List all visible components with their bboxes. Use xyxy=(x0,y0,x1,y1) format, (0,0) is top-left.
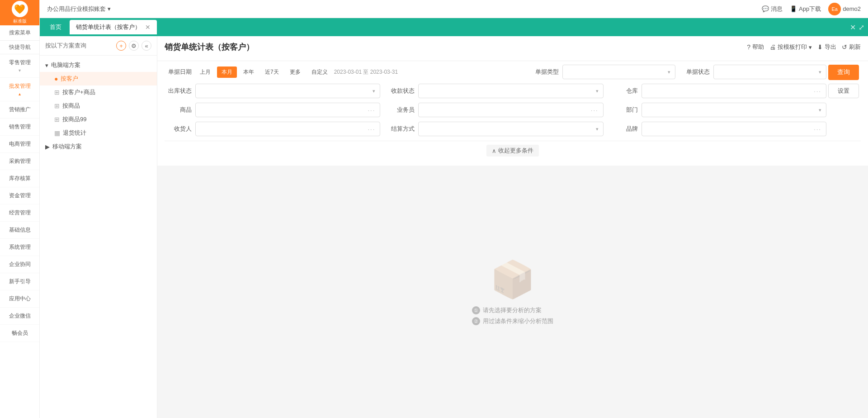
help-btn[interactable]: ? 帮助 xyxy=(747,43,764,51)
sidebar-item-ecommerce[interactable]: 电商管理 xyxy=(0,136,39,153)
user-profile[interactable]: Ea demo2 xyxy=(828,3,861,15)
search-menu[interactable]: 搜索菜单 xyxy=(0,25,39,41)
tab-close-btn[interactable]: ✕ xyxy=(850,23,856,32)
appcenter-label: 应用中心 xyxy=(9,295,31,303)
date-btn-last-month[interactable]: 上月 xyxy=(195,66,215,78)
sidebar-item-wholesale[interactable]: 批发管理 ▴ xyxy=(0,78,39,101)
query-btn[interactable]: 查询 xyxy=(828,65,859,80)
app-download-btn[interactable]: 📱 App下载 xyxy=(790,5,821,13)
warehouse-select[interactable]: ··· xyxy=(642,84,826,98)
tree-item-by-product[interactable]: ⊞ 按商品 xyxy=(40,99,157,113)
sidebar-item-appcenter[interactable]: 应用中心 xyxy=(0,290,39,308)
date-range-display: 2023-03-01 至 2023-03-31 xyxy=(334,68,398,76)
date-btn-more[interactable]: 更多 xyxy=(285,66,305,78)
receive-status-select[interactable]: ▾ xyxy=(418,84,603,98)
date-btn-this-year[interactable]: 本年 xyxy=(239,66,259,78)
sidebar: 🧡 标准版 搜索菜单 快捷导航 零售管理 ▾ 批发管理 ▴ 营销推广 销售管理 … xyxy=(0,0,40,418)
tab-expand-btn[interactable]: ⤢ xyxy=(859,23,864,32)
tree-item-by-customer[interactable]: ● 按客户 xyxy=(40,72,157,86)
industry-selector[interactable]: 办公用品行业模拟账套 ▾ xyxy=(47,5,111,13)
return-stats-label: 退货统计 xyxy=(63,129,86,137)
export-icon: ⬇ xyxy=(817,43,823,51)
print-btn[interactable]: 🖨 按模板打印 ▾ xyxy=(769,43,812,51)
left-panel-header: 按以下方案查询 + ⚙ « xyxy=(40,36,157,56)
page-header-actions: ? 帮助 🖨 按模板打印 ▾ ⬇ 导出 ↺ xyxy=(747,43,861,51)
filter-rows: 单据日期 上月 本月 本年 近7天 更多 自定义 2023-03-01 至 20… xyxy=(165,65,826,141)
department-select[interactable]: ▾ xyxy=(642,103,826,117)
order-status-select[interactable]: ▾ xyxy=(713,65,826,79)
pc-group-label: 电脑端方案 xyxy=(51,61,80,69)
date-btn-last-7days[interactable]: 近7天 xyxy=(260,66,283,78)
date-btn-custom[interactable]: 自定义 xyxy=(307,66,332,78)
sidebar-item-inventory[interactable]: 库存核算 xyxy=(0,170,39,187)
filter-item-brand: 品牌 ··· xyxy=(611,122,826,136)
main-area: 办公用品行业模拟账套 ▾ 💬 消息 📱 App下载 Ea demo2 首页 xyxy=(40,0,868,418)
tab-sales-stats-label: 销货单统计表（按客户） xyxy=(76,23,141,31)
tab-close-icon[interactable]: ✕ xyxy=(145,24,151,31)
salesperson-dots: ··· xyxy=(591,107,599,114)
pc-group-title[interactable]: ▾ 电脑端方案 xyxy=(40,58,157,72)
collapse-bar: ∧ 收起更多条件 xyxy=(165,141,861,160)
sidebar-item-wechat[interactable]: 企业微信 xyxy=(0,308,39,325)
filter-item-settlement: 结算方式 ▾ xyxy=(387,122,603,136)
tab-home[interactable]: 首页 xyxy=(43,20,68,34)
filter-item-date: 单据日期 上月 本月 本年 近7天 更多 自定义 2023-03-01 至 20… xyxy=(165,66,524,78)
tab-sales-stats[interactable]: 销货单统计表（按客户） ✕ xyxy=(70,20,157,34)
help-icon: ? xyxy=(747,43,750,51)
sidebar-item-operations[interactable]: 经营管理 xyxy=(0,204,39,222)
tree-item-by-product-99[interactable]: ⊞ 按商品99 xyxy=(40,113,157,126)
logo-text: 标准版 xyxy=(13,18,27,24)
warehouse-label: 仓库 xyxy=(611,87,638,95)
export-btn[interactable]: ⬇ 导出 xyxy=(817,43,836,51)
settings-btn[interactable]: 设置 xyxy=(828,84,859,98)
sidebar-item-enterprise[interactable]: 企业协同 xyxy=(0,256,39,273)
add-scheme-btn[interactable]: + xyxy=(116,41,126,51)
left-panel-title: 按以下方案查询 xyxy=(45,42,86,50)
by-product-icon: ⊞ xyxy=(54,102,60,109)
refresh-btn[interactable]: ↺ 刷新 xyxy=(842,43,861,51)
sidebar-item-basic[interactable]: 基础信息 xyxy=(0,222,39,239)
settlement-select[interactable]: ▾ xyxy=(418,122,603,136)
avatar: Ea xyxy=(828,3,841,15)
topbar-left: 办公用品行业模拟账套 ▾ xyxy=(47,5,111,13)
warehouse-dots: ··· xyxy=(814,88,821,95)
pc-group-arrow: ▾ xyxy=(45,62,48,69)
dropdown-arrow-icon: ▾ xyxy=(108,5,111,12)
product-select[interactable]: ··· xyxy=(195,103,380,117)
message-btn[interactable]: 💬 消息 xyxy=(762,5,783,13)
out-status-select[interactable]: ▾ xyxy=(195,84,380,98)
tree-item-by-customer-product[interactable]: ⊞ 按客户+商品 xyxy=(40,86,157,99)
sidebar-item-finance[interactable]: 资金管理 xyxy=(0,187,39,204)
collapse-panel-btn[interactable]: « xyxy=(142,41,151,51)
settings-scheme-btn[interactable]: ⚙ xyxy=(129,41,139,51)
sidebar-item-purchase[interactable]: 采购管理 xyxy=(0,153,39,170)
sidebar-item-sales[interactable]: 销售管理 xyxy=(0,119,39,136)
sidebar-item-member[interactable]: 畅会员 xyxy=(0,325,39,342)
sidebar-nav: 零售管理 ▾ 批发管理 ▴ 营销推广 销售管理 电商管理 采购管理 库存核算 资… xyxy=(0,54,39,418)
message-icon: 💬 xyxy=(762,5,769,12)
retail-arrow: ▾ xyxy=(19,68,21,73)
date-btn-this-month[interactable]: 本月 xyxy=(217,66,237,78)
receiver-select[interactable]: ··· xyxy=(195,122,380,136)
quick-nav[interactable]: 快捷导航 xyxy=(0,41,39,54)
order-status-label: 单据状态 xyxy=(683,68,710,76)
brand-select[interactable]: ··· xyxy=(642,122,826,136)
left-panel-header-actions: + ⚙ « xyxy=(116,41,151,51)
app-logo[interactable]: 🧡 标准版 xyxy=(0,0,39,25)
collapse-filters-btn[interactable]: ∧ 收起更多条件 xyxy=(486,145,539,157)
member-label: 畅会员 xyxy=(12,329,28,337)
sidebar-item-system[interactable]: 系统管理 xyxy=(0,239,39,256)
sidebar-item-marketing[interactable]: 营销推广 xyxy=(0,101,39,119)
search-menu-label: 搜索菜单 xyxy=(9,29,31,36)
order-type-select[interactable]: ▾ xyxy=(562,65,675,79)
mobile-group-title[interactable]: ▶ 移动端方案 xyxy=(40,140,157,153)
product-label: 商品 xyxy=(165,106,192,114)
sidebar-item-retail[interactable]: 零售管理 ▾ xyxy=(0,54,39,78)
date-label: 单据日期 xyxy=(165,68,192,76)
tree-item-return-stats[interactable]: ▦ 退货统计 xyxy=(40,126,157,140)
filter-area: 单据日期 上月 本月 本年 近7天 更多 自定义 2023-03-01 至 20… xyxy=(157,61,868,166)
salesperson-select[interactable]: ··· xyxy=(418,103,603,117)
filter-row-4: 收货人 ··· 结算方式 ▾ xyxy=(165,122,826,136)
mobile-group-arrow: ▶ xyxy=(45,143,50,150)
sidebar-item-newguide[interactable]: 新手引导 xyxy=(0,273,39,290)
